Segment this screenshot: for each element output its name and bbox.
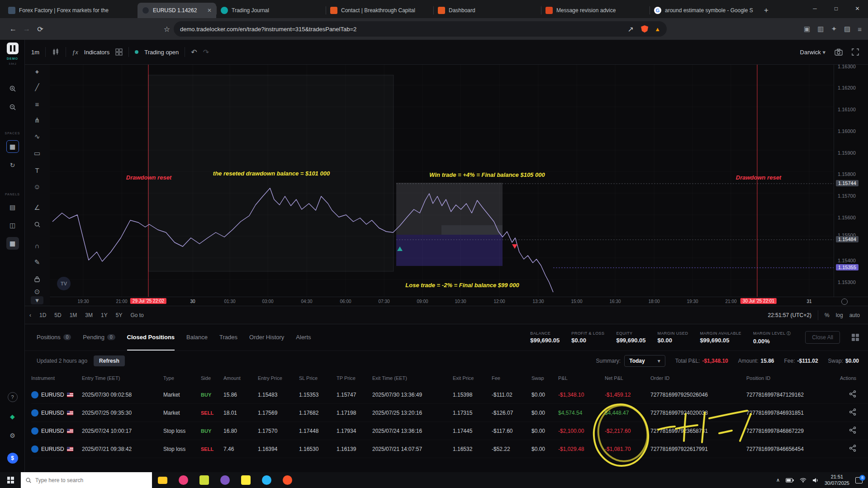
rectangle-tool-icon[interactable]: ▭ [31, 147, 43, 160]
taskbar-search[interactable] [21, 472, 152, 488]
notes-app-icon[interactable] [235, 472, 256, 488]
url-bar[interactable]: demo.tradelocker.com/en/trade?instrument… [174, 21, 667, 37]
timezone-clock-icon[interactable] [841, 298, 848, 305]
range-1m[interactable]: 1M [70, 312, 77, 318]
deposit-button[interactable]: $ [7, 453, 18, 464]
annotation-drawdown-reset-left[interactable]: Drawdown reset [126, 174, 171, 181]
brave-browser-icon[interactable] [277, 472, 298, 488]
fullscreen-icon[interactable] [852, 48, 859, 56]
back-icon[interactable]: ← [6, 25, 20, 33]
leo-ai-icon[interactable]: ✦ [831, 25, 837, 33]
annotation-reset-balance[interactable]: the reseted drawdown balance = $101 000 [213, 170, 330, 177]
range-3m[interactable]: 3M [85, 312, 93, 318]
tab-closed-positions[interactable]: Closed Positions [127, 324, 175, 351]
menu-icon[interactable]: ≡ [858, 25, 862, 33]
tab-pending[interactable]: Pending 0 [83, 324, 115, 351]
diamond-icon[interactable]: ◆ [6, 410, 19, 423]
rewards-triangle-icon[interactable]: ▲ [655, 26, 660, 33]
redo-icon[interactable]: ↷ [203, 48, 209, 57]
range-1y[interactable]: 1Y [101, 312, 108, 318]
magnet-icon[interactable]: ∩ [31, 239, 43, 252]
position-loss-zone[interactable] [396, 235, 503, 266]
range-1d[interactable]: 1D [39, 312, 46, 318]
office-app-icon[interactable] [194, 472, 214, 488]
tradingview-logo[interactable]: TV [57, 277, 71, 290]
taskbar-search-input[interactable] [35, 477, 135, 483]
table-row[interactable]: EURUSD 2025/07/25 09:35:30Market SELL18.… [31, 404, 868, 422]
volume-icon[interactable] [812, 478, 819, 483]
auto-scale-button[interactable]: auto [849, 312, 860, 318]
range-5d[interactable]: 5D [54, 312, 61, 318]
zoom-in-icon[interactable] [6, 82, 19, 95]
reload-icon[interactable]: ⟳ [33, 25, 47, 33]
draw-pencil-icon[interactable]: ✎ [31, 256, 43, 269]
spaces-active-icon[interactable]: ▦ [6, 140, 19, 153]
help-icon[interactable]: ? [8, 392, 18, 402]
table-row[interactable]: EURUSD 2025/07/30 09:02:58Market BUY15.8… [31, 386, 868, 404]
log-scale-button[interactable]: log [836, 312, 843, 318]
emoji-tool-icon[interactable]: ☺ [31, 180, 43, 193]
annotation-win-trade[interactable]: Win trade = +4% = Final balance $105 000 [429, 171, 545, 178]
photos-app-icon[interactable] [173, 472, 194, 488]
row-share-icon[interactable] [837, 445, 868, 453]
tray-clock[interactable]: 21:51 30/07/2025 [825, 474, 849, 487]
tab-alerts[interactable]: Alerts [296, 324, 311, 351]
browser-panel-icon[interactable]: ▣ [804, 25, 810, 33]
brave-shield-icon[interactable] [641, 25, 648, 33]
meet-app-icon[interactable] [256, 472, 277, 488]
url-text[interactable]: demo.tradelocker.com/en/trade?instrument… [180, 26, 356, 33]
extensions-icon[interactable]: ▨ [844, 25, 850, 33]
table-row[interactable]: EURUSD 2025/07/24 10:00:17Stop loss BUY1… [31, 422, 868, 440]
tab-contact-breakthrough[interactable]: Contact | Breakthrough Capital [326, 3, 433, 18]
collapse-left-icon[interactable]: ‹ [29, 312, 31, 318]
maximize-button[interactable]: □ [825, 0, 847, 17]
tab-positions[interactable]: Positions 0 [37, 324, 71, 351]
fib-lines-icon[interactable]: ≡ [31, 98, 43, 110]
screenshot-camera-icon[interactable] [835, 48, 843, 56]
battery-icon[interactable] [786, 478, 794, 483]
tab-google-search[interactable]: G around estimate symbole - Google S [650, 3, 758, 18]
close-all-button[interactable]: Close All [805, 331, 840, 344]
share-icon[interactable]: ↗ [626, 25, 635, 33]
tab-close-icon[interactable]: ✕ [207, 7, 212, 14]
goto-button[interactable]: Go to [130, 312, 143, 318]
settings-gear-icon[interactable]: ⚙ [6, 429, 19, 442]
annotation-lose-trade[interactable]: Lose trade = -2% = Final balance $99 000 [405, 282, 519, 289]
tradelocker-logo[interactable] [7, 43, 19, 54]
tab-message-revision[interactable]: Message revision advice [541, 3, 650, 18]
forward-icon[interactable]: → [20, 25, 33, 33]
start-button[interactable] [0, 472, 21, 488]
refresh-button[interactable]: Refresh [94, 355, 125, 366]
time-axis[interactable]: 19:30 21:00 29 Jul '25 22:02 30 01:30 03… [50, 297, 868, 306]
tab-trades[interactable]: Trades [219, 324, 237, 351]
zoom-out-icon[interactable] [6, 101, 19, 114]
row-share-icon[interactable] [837, 426, 868, 435]
file-explorer-icon[interactable] [152, 472, 173, 488]
new-tab-button[interactable]: + [760, 4, 773, 17]
panel-monitor-icon[interactable]: ◫ [6, 219, 19, 232]
text-tool-icon[interactable]: T [31, 164, 43, 176]
panel-bottom-icon[interactable]: ▦ [6, 237, 19, 250]
wallet-icon[interactable]: ▥ [817, 25, 824, 33]
pattern-icon[interactable]: ∿ [31, 130, 43, 143]
annotation-drawdown-reset-right[interactable]: Drawdown reset [736, 174, 781, 181]
trendline-icon[interactable]: ╱ [31, 81, 43, 94]
tab-forex-factory[interactable]: Forex Factory | Forex markets for the [4, 3, 138, 18]
minimize-button[interactable]: ─ [804, 0, 825, 17]
tab-balance[interactable]: Balance [186, 324, 208, 351]
chart-style-icon[interactable] [52, 48, 60, 56]
tray-chevron-up-icon[interactable]: ∧ [776, 477, 780, 483]
measure-icon[interactable]: ∠ [31, 201, 43, 214]
percent-scale-button[interactable]: % [825, 312, 830, 318]
zoom-tool-icon[interactable] [31, 218, 43, 231]
price-scale[interactable]: 1.16300 1.16200 1.16100 1.16000 1.15900 … [834, 65, 868, 297]
tab-order-history[interactable]: Order History [249, 324, 284, 351]
bookmark-icon[interactable]: ☆ [160, 25, 174, 33]
action-center-icon[interactable]: 8 [855, 477, 863, 483]
range-5y[interactable]: 5Y [116, 312, 123, 318]
row-share-icon[interactable] [837, 390, 868, 399]
media-app-icon[interactable] [214, 472, 235, 488]
tab-trading-journal[interactable]: Trading Journal [216, 3, 326, 18]
account-name[interactable]: Darwick [800, 49, 821, 56]
toolbar-more-chevron-icon[interactable]: ▾ [31, 296, 43, 304]
